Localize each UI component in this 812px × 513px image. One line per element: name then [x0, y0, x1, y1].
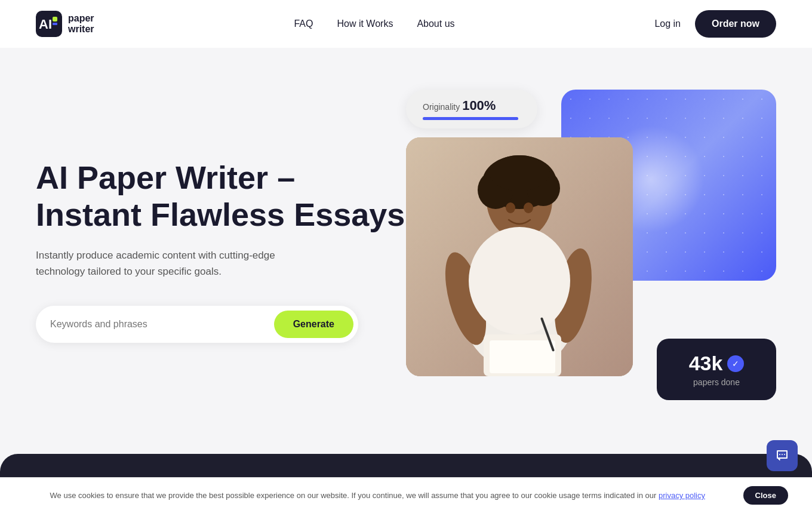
nav-about-us[interactable]: About us — [417, 19, 454, 29]
svg-rect-21 — [779, 454, 780, 455]
hero-section: AI Paper Writer – Instant Flawless Essay… — [0, 48, 812, 454]
nav-right: Log in Order now — [654, 10, 776, 38]
svg-point-17 — [524, 202, 533, 213]
logo-link[interactable]: AI paper writer — [36, 11, 94, 37]
privacy-policy-link[interactable]: privacy policy — [659, 491, 705, 500]
hero-left: AI Paper Writer – Instant Flawless Essay… — [36, 159, 406, 343]
svg-text:AI: AI — [39, 17, 52, 32]
logo-text: paper writer — [68, 13, 94, 35]
svg-point-16 — [506, 202, 515, 213]
person-illustration — [406, 137, 633, 376]
svg-rect-19 — [490, 340, 555, 373]
navbar: AI paper writer FAQ How it Works About u… — [0, 0, 812, 48]
hero-subtitle: Instantly produce academic content with … — [36, 247, 322, 279]
nav-how-it-works[interactable]: How it Works — [337, 19, 393, 29]
svg-point-15 — [469, 227, 570, 334]
nav-faq[interactable]: FAQ — [294, 19, 313, 29]
papers-done-badge: 43k ✓ papers done — [657, 339, 776, 400]
photo-card — [406, 137, 633, 376]
search-row: Generate — [36, 306, 358, 343]
order-now-button[interactable]: Order now — [695, 10, 776, 38]
cookie-text: We use cookies to ensure that we provide… — [24, 491, 731, 500]
login-button[interactable]: Log in — [654, 19, 681, 29]
logo-icon: AI — [36, 11, 62, 37]
originality-badge: Originality 100% — [406, 90, 537, 128]
photo-placeholder — [406, 137, 633, 376]
papers-count-number: 43k — [689, 352, 723, 375]
papers-done-label: papers done — [675, 377, 758, 387]
progress-bar-fill — [423, 117, 518, 120]
svg-rect-3 — [53, 23, 57, 25]
originality-label: Originality 100% — [423, 98, 521, 113]
chat-button[interactable] — [767, 440, 798, 471]
check-icon: ✓ — [727, 355, 744, 372]
hero-title: AI Paper Writer – Instant Flawless Essay… — [36, 159, 406, 233]
svg-rect-22 — [782, 454, 783, 455]
progress-bar-bg — [423, 117, 518, 120]
cookie-close-button[interactable]: Close — [743, 486, 788, 505]
keywords-input[interactable] — [50, 319, 274, 330]
svg-rect-23 — [784, 454, 785, 455]
generate-button[interactable]: Generate — [274, 311, 353, 338]
svg-rect-2 — [53, 17, 57, 21]
chat-icon — [775, 449, 789, 463]
cookie-banner: We use cookies to ensure that we provide… — [0, 477, 812, 513]
hero-right: Originality 100% — [406, 90, 776, 412]
svg-point-10 — [490, 155, 549, 191]
nav-links: FAQ How it Works About us — [294, 19, 454, 29]
papers-count-row: 43k ✓ — [675, 352, 758, 375]
